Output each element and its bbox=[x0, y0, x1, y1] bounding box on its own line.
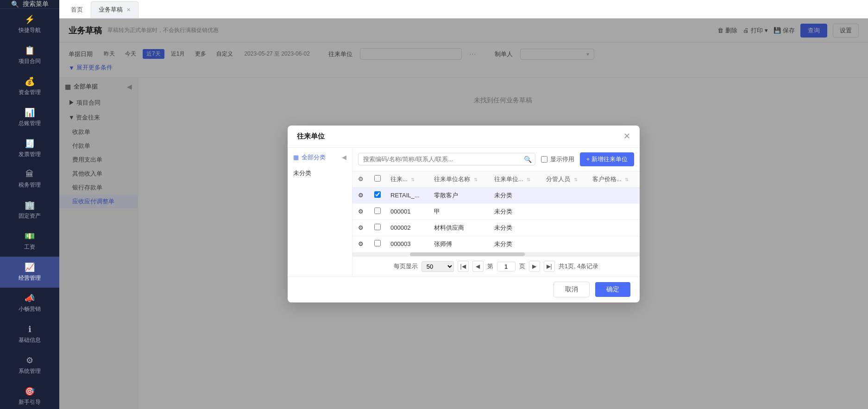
table-row[interactable]: ⚙ 000001 甲 未分类 bbox=[352, 203, 640, 220]
total-info: 共1页, 4条记录 bbox=[559, 262, 599, 271]
left-panel-collapse-icon[interactable]: ◀ bbox=[342, 154, 346, 161]
search-input[interactable] bbox=[358, 153, 535, 165]
sort-code-icon[interactable]: ⇅ bbox=[411, 177, 415, 182]
sidebar-item-label: 总账管理 bbox=[19, 120, 41, 127]
row-name: 张师傅 bbox=[429, 236, 490, 252]
sidebar-item-label: 小畅营销 bbox=[19, 305, 41, 313]
row-code: RETAIL_... bbox=[386, 187, 429, 203]
per-page-select[interactable]: 50 10 20 100 bbox=[421, 261, 454, 272]
th-checkbox[interactable] bbox=[369, 171, 386, 188]
row-checkbox[interactable] bbox=[369, 203, 386, 220]
next-page-button[interactable]: ▶ bbox=[529, 261, 540, 272]
table-row[interactable]: ⚙ 000002 材料供应商 未分类 bbox=[352, 220, 640, 236]
sort-name-icon[interactable]: ⇅ bbox=[474, 177, 478, 182]
row-select-3[interactable] bbox=[374, 224, 381, 230]
sidebar-item-label: 快捷导航 bbox=[19, 26, 41, 34]
sidebar-item-accounting[interactable]: 📊 总账管理 bbox=[0, 102, 59, 133]
marketing-icon: 📣 bbox=[25, 293, 35, 303]
show-disabled-label: 显示停用 bbox=[550, 155, 574, 164]
show-disabled-checkbox[interactable] bbox=[541, 156, 547, 163]
modal-close-button[interactable]: ✕ bbox=[623, 132, 630, 140]
row-settings-icon[interactable]: ⚙ bbox=[352, 236, 369, 252]
sidebar-item-tax[interactable]: 🏛 税务管理 bbox=[0, 164, 59, 195]
tab-bar: 首页 业务草稿 ✕ bbox=[59, 0, 868, 19]
sidebar-item-marketing[interactable]: 📣 小畅营销 bbox=[0, 288, 59, 319]
sort-price-icon[interactable]: ⇅ bbox=[625, 177, 629, 182]
table-body: ⚙ RETAIL_... 零散客户 未分类 bbox=[352, 187, 640, 252]
new-counterpart-button[interactable]: + 新增往来单位 bbox=[580, 152, 634, 166]
show-disabled-wrap: 显示停用 bbox=[541, 155, 574, 164]
table-row[interactable]: ⚙ 000003 张师傅 未分类 bbox=[352, 236, 640, 252]
row-checkbox[interactable] bbox=[369, 220, 386, 236]
left-panel-grid-icon: ▦ bbox=[293, 154, 299, 161]
page-suffix: 页 bbox=[519, 262, 525, 271]
main-area: 首页 业务草稿 ✕ 业务草稿 草稿转为正式单据时，不会执行满额促销优惠 🗑 删除… bbox=[59, 0, 868, 409]
row-code: 000001 bbox=[386, 203, 429, 220]
sidebar-item-label: 项目合同 bbox=[19, 57, 41, 65]
page-number-input[interactable] bbox=[497, 262, 516, 271]
system-icon: ⚙ bbox=[26, 355, 33, 365]
first-page-button[interactable]: |◀ bbox=[458, 261, 469, 272]
horizontal-scrollbar[interactable] bbox=[352, 252, 640, 256]
left-panel-unclassified[interactable]: 未分类 bbox=[288, 165, 352, 181]
sort-mgr-icon[interactable]: ⇅ bbox=[574, 177, 578, 182]
sidebar-item-fixed-assets[interactable]: 🏢 固定资产 bbox=[0, 195, 59, 226]
sidebar-item-salary[interactable]: 💵 工资 bbox=[0, 226, 59, 257]
sidebar-item-invoice[interactable]: 🧾 发票管理 bbox=[0, 133, 59, 164]
sidebar-item-label: 税务管理 bbox=[19, 181, 41, 189]
sidebar-item-label: 发票管理 bbox=[19, 151, 41, 158]
last-page-button[interactable]: ▶| bbox=[544, 261, 555, 272]
sidebar-search-label: 搜索菜单 bbox=[23, 0, 49, 8]
row-settings-icon[interactable]: ⚙ bbox=[352, 203, 369, 220]
sidebar-item-project-contract[interactable]: 📋 项目合同 bbox=[0, 40, 59, 71]
row-checkbox[interactable] bbox=[369, 187, 386, 203]
quick-nav-icon: ⚡ bbox=[25, 14, 35, 25]
close-tab-icon[interactable]: ✕ bbox=[126, 7, 131, 13]
row-checkbox[interactable] bbox=[369, 236, 386, 252]
cancel-button[interactable]: 取消 bbox=[554, 282, 590, 297]
tab-business-draft-label: 业务草稿 bbox=[99, 6, 123, 14]
row-select-1[interactable] bbox=[374, 191, 381, 198]
sidebar-item-label: 系统管理 bbox=[19, 367, 41, 375]
tab-home-label: 首页 bbox=[71, 6, 83, 14]
tax-icon: 🏛 bbox=[25, 170, 34, 179]
accounting-icon: 📊 bbox=[25, 107, 35, 118]
th-settings[interactable]: ⚙ bbox=[352, 171, 369, 188]
row-manager bbox=[541, 203, 588, 220]
row-manager bbox=[541, 236, 588, 252]
table-row[interactable]: ⚙ RETAIL_... 零散客户 未分类 bbox=[352, 187, 640, 203]
confirm-button[interactable]: 确定 bbox=[595, 282, 630, 297]
sidebar-item-fund[interactable]: 💰 资金管理 bbox=[0, 71, 59, 102]
sort-cat-icon[interactable]: ⇅ bbox=[527, 177, 530, 182]
modal-right-panel: 🔍 显示停用 + 新增往来单位 bbox=[352, 148, 640, 277]
select-all-checkbox[interactable] bbox=[374, 175, 381, 182]
sidebar-item-label: 固定资产 bbox=[19, 212, 41, 220]
row-name: 材料供应商 bbox=[429, 220, 490, 236]
sidebar-logo[interactable]: 🔍 搜索菜单 bbox=[0, 0, 59, 9]
tab-home[interactable]: 首页 bbox=[63, 1, 91, 18]
row-select-4[interactable] bbox=[374, 240, 381, 246]
row-manager bbox=[541, 220, 588, 236]
th-manager: 分管人员 ⇅ bbox=[541, 171, 588, 188]
row-code: 000003 bbox=[386, 236, 429, 252]
sidebar-item-label: 新手引导 bbox=[19, 398, 41, 406]
sidebar-item-system[interactable]: ⚙ 系统管理 bbox=[0, 350, 59, 381]
modal-table: ⚙ 往来... ⇅ bbox=[352, 171, 640, 252]
sidebar-item-label: 基础信息 bbox=[19, 336, 41, 344]
row-settings-icon[interactable]: ⚙ bbox=[352, 187, 369, 203]
sidebar-item-quick-nav[interactable]: ⚡ 快捷导航 bbox=[0, 9, 59, 40]
left-panel-title: 全部分类 bbox=[302, 153, 326, 162]
table-settings-icon[interactable]: ⚙ bbox=[358, 176, 364, 182]
row-select-2[interactable] bbox=[374, 208, 381, 214]
sidebar-item-operations[interactable]: 📈 经营管理 bbox=[0, 257, 59, 288]
scrollbar-thumb[interactable] bbox=[410, 252, 525, 256]
row-code: 000002 bbox=[386, 220, 429, 236]
modal-backdrop[interactable]: 往来单位 ✕ ▦ 全部分类 ◀ bbox=[59, 19, 868, 409]
tab-business-draft[interactable]: 业务草稿 ✕ bbox=[91, 1, 138, 18]
per-page-label: 每页显示 bbox=[394, 262, 418, 271]
prev-page-button[interactable]: ◀ bbox=[472, 261, 484, 272]
sidebar-item-basic-info[interactable]: ℹ 基础信息 bbox=[0, 319, 59, 350]
sidebar-item-newbie[interactable]: 🎯 新手引导 bbox=[0, 381, 59, 409]
sidebar-item-label: 工资 bbox=[24, 243, 35, 251]
row-settings-icon[interactable]: ⚙ bbox=[352, 220, 369, 236]
